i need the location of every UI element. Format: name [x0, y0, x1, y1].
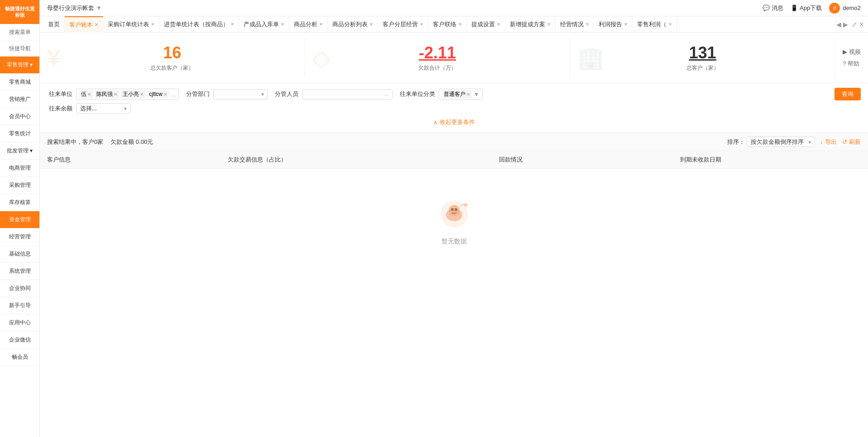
close-tab-promotion[interactable]: ✕: [497, 22, 500, 27]
sidebar-logo[interactable]: 畅捷通好生意 标版: [0, 0, 39, 24]
sidebar: 畅捷通好生意 标版 搜索菜单 快捷导航 零售管理 ▾ 零售商城 营销推广 会员中…: [0, 0, 40, 437]
close-tab-product[interactable]: ✕: [281, 22, 284, 27]
store-dropdown-icon[interactable]: ▼: [96, 5, 102, 11]
filter-unit-class-dropdown[interactable]: ▼: [474, 91, 480, 98]
sidebar-item-ecommerce[interactable]: 电商管理: [0, 160, 39, 177]
stat-total-customers: 🏢 131 总客户（家）: [570, 38, 835, 77]
close-tab-analysis[interactable]: ✕: [319, 22, 323, 27]
tab-customer-segment[interactable]: 客户分层经营 ✕: [378, 16, 428, 33]
filter-dept-select[interactable]: [213, 89, 268, 100]
sidebar-item-retail-stats[interactable]: 零售统计: [0, 125, 39, 142]
close-tag-unit-0[interactable]: ✕: [87, 92, 91, 97]
sidebar-item-newbie[interactable]: 新手引导: [0, 297, 39, 314]
sort-wrapper: 排序： 按欠款金额倒序排序: [727, 137, 815, 147]
filter-balance-select[interactable]: 选择...: [76, 103, 130, 114]
overdue-amount-text: 欠款金额 0.00元: [110, 138, 153, 146]
sidebar-item-basic-info[interactable]: 基础信息: [0, 246, 39, 263]
refresh-btn[interactable]: ↺ 刷新: [842, 138, 861, 146]
close-tag-unit-3[interactable]: ✕: [163, 92, 167, 97]
filter-unit-more[interactable]: ...: [171, 91, 176, 98]
sidebar-item-member[interactable]: 会员中心: [0, 108, 39, 125]
stats-row: ¥ 16 总欠款客户（家） ◇ -2.11 欠款合计（万） 🏢 131 总客户（…: [40, 33, 868, 83]
sidebar-item-wholesale[interactable]: 批发管理 ▾: [0, 142, 39, 160]
tab-profit-report[interactable]: 利润报告 ✕: [594, 16, 633, 33]
tab-promotion-settings[interactable]: 提成设置 ✕: [467, 16, 505, 33]
col-header-overdue-trade: 欠款交易信息（占比）: [228, 156, 499, 164]
tab-retail-profit[interactable]: 零售利润（ ✕: [633, 16, 677, 33]
tab-purchase-order-stats[interactable]: 采购订单统计表 ✕: [103, 16, 159, 33]
sort-select-wrapper: 按欠款金额倒序排序: [747, 137, 815, 147]
sidebar-item-app-center[interactable]: 应用中心: [0, 314, 39, 332]
filter-balance-wrapper: 选择...: [76, 103, 130, 114]
help-icon: ?: [843, 60, 846, 67]
sort-select[interactable]: 按欠款金额倒序排序: [747, 137, 815, 147]
close-tag-class-0[interactable]: ✕: [466, 92, 470, 97]
filter-unit-class-tags: 普通客户 ✕ ▼: [439, 89, 483, 100]
close-tab-connect[interactable]: ✕: [458, 22, 462, 27]
tab-customer-connect[interactable]: 客户联络 ✕: [428, 16, 467, 33]
sidebar-item-enterprise[interactable]: 企业协同: [0, 280, 39, 297]
close-tab-customer-ledger[interactable]: ✕: [95, 22, 98, 27]
sidebar-search[interactable]: 搜索菜单: [0, 24, 39, 41]
query-btn[interactable]: 查询: [834, 88, 861, 100]
messages-btn[interactable]: 💬 消息: [762, 4, 783, 12]
filter-tag-class-0: 普通客户 ✕: [442, 90, 472, 99]
tab-inbound-stats[interactable]: 进货单统计表（按商品） ✕: [159, 16, 239, 33]
tab-product-analysis-list[interactable]: 商品分析列表 ✕: [328, 16, 378, 33]
tab-product-analysis[interactable]: 商品分析 ✕: [289, 16, 328, 33]
close-tab-profit[interactable]: ✕: [624, 22, 628, 27]
tab-expand-icon[interactable]: ⤢: [852, 21, 857, 28]
sidebar-item-vip[interactable]: 畅会员: [0, 349, 39, 366]
logo-text: 畅捷通好生意: [4, 5, 36, 12]
app-download-btn[interactable]: 📱 App下载: [791, 4, 822, 12]
tab-new-promotion-plan[interactable]: 新增提成方案 ✕: [505, 16, 556, 33]
close-tab-inbound[interactable]: ✕: [230, 22, 234, 27]
user-menu[interactable]: d demo2: [829, 3, 861, 14]
tab-scroll-right[interactable]: ▶: [843, 21, 848, 28]
close-tab-analysis-list[interactable]: ✕: [369, 22, 373, 27]
close-tab-operation[interactable]: ✕: [585, 22, 589, 27]
tab-customer-ledger[interactable]: 客户账本 ✕: [65, 16, 103, 33]
sidebar-quick-nav[interactable]: 快捷导航: [0, 41, 39, 57]
filter-person-label: 分管人员: [275, 90, 298, 98]
sidebar-item-system[interactable]: 系统管理: [0, 263, 39, 280]
sidebar-item-retail-mall[interactable]: 零售商城: [0, 74, 39, 91]
refresh-icon: ↺: [842, 138, 847, 145]
close-tab-new-plan[interactable]: ✕: [547, 22, 551, 27]
tab-bar: 首页 客户账本 ✕ 采购订单统计表 ✕ 进货单统计表（按商品） ✕ 产成品入库单…: [40, 16, 868, 33]
filter-person-input[interactable]: [302, 89, 393, 100]
sidebar-item-enterprise-wechat[interactable]: 企业微信: [0, 332, 39, 349]
close-tag-unit-1[interactable]: ✕: [114, 92, 117, 97]
sidebar-item-inventory[interactable]: 库存核算: [0, 194, 39, 211]
tab-home[interactable]: 首页: [43, 16, 65, 33]
sidebar-item-retail-manage[interactable]: 零售管理 ▾: [0, 57, 39, 74]
sidebar-item-operation[interactable]: 经营管理: [0, 228, 39, 246]
store-name[interactable]: 母婴行业演示帐套: [47, 4, 94, 12]
collapse-label: 收起更多条件: [440, 118, 475, 126]
close-tab-segment[interactable]: ✕: [420, 22, 423, 27]
tab-close-all-icon[interactable]: ✕: [859, 21, 864, 28]
tab-operation-status[interactable]: 经营情况 ✕: [556, 16, 594, 33]
stat-icon-yuan: ¥: [47, 44, 60, 71]
close-tag-unit-2[interactable]: ✕: [140, 92, 144, 97]
stat-overdue-customers-value: 16: [163, 43, 181, 62]
filter-tag-unit-1: 陈民强 ✕: [95, 90, 119, 99]
sidebar-item-finance[interactable]: 资金管理: [0, 211, 39, 228]
filter-tag-unit-2: 王小亮 ✕: [121, 90, 145, 99]
result-bar: 搜索结果中，客户0家 欠款金额 0.00元 排序： 按欠款金额倒序排序 ↓ 导出: [40, 133, 868, 151]
sidebar-item-purchase[interactable]: 采购管理: [0, 177, 39, 194]
tab-product-inbound[interactable]: 产成品入库单 ✕: [239, 16, 289, 33]
tab-scroll-left[interactable]: ◀: [836, 21, 841, 28]
col-header-overdue-date: 到期未收款日期: [680, 156, 861, 164]
sort-prefix: 排序：: [727, 138, 745, 146]
export-label: 导出: [825, 138, 837, 146]
sidebar-item-marketing[interactable]: 营销推广: [0, 91, 39, 108]
help-btn[interactable]: ? 帮助: [843, 60, 861, 68]
filter-person-more[interactable]: ...: [384, 91, 389, 97]
filter-unit-tags: 伍 ✕ 陈民强 ✕ 王小亮 ✕ cjttcw ✕ ...: [76, 89, 179, 100]
close-tab-purchase[interactable]: ✕: [151, 22, 154, 27]
collapse-btn[interactable]: ∧ 收起更多条件: [47, 116, 861, 128]
close-tab-retail-profit[interactable]: ✕: [668, 22, 672, 27]
video-btn[interactable]: ▶ 视频: [843, 48, 861, 56]
export-btn[interactable]: ↓ 导出: [820, 138, 837, 146]
